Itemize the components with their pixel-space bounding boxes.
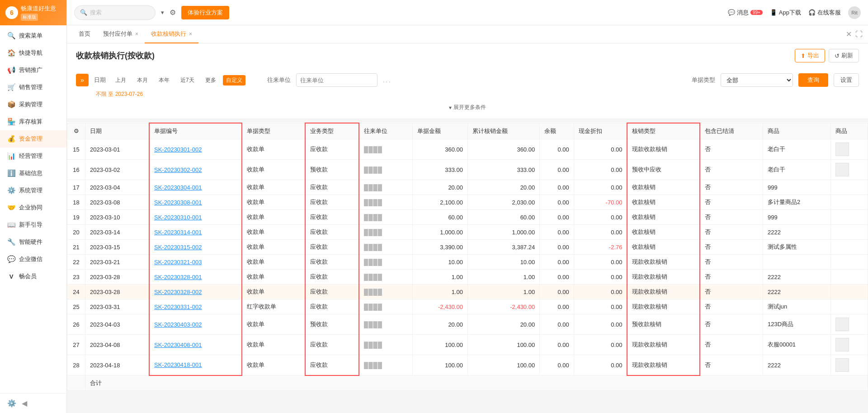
date-btn-7days[interactable]: 近7天 <box>176 75 198 86</box>
cell-voucher-no[interactable]: SK-20230328-001 <box>149 270 242 285</box>
refresh-btn[interactable]: ↺ 刷新 <box>829 49 859 62</box>
sidebar-item-system[interactable]: ⚙️ 系统管理 <box>0 182 66 199</box>
cell-voucher-no[interactable]: SK-20230321-003 <box>149 255 242 270</box>
cell-voucher-no[interactable]: SK-20230302-002 <box>149 160 242 180</box>
topbar-search-box[interactable]: 🔍 搜索 <box>74 5 156 20</box>
tab-expand-icon[interactable]: ⛶ <box>855 30 863 38</box>
collapse-icon[interactable]: ◀ <box>22 399 27 408</box>
partner-input[interactable] <box>296 73 377 87</box>
cell-balance: 0.00 <box>540 335 574 355</box>
cell-voucher-no[interactable]: SK-20230315-002 <box>149 240 242 255</box>
cell-date: 2023-03-02 <box>85 160 150 180</box>
sidebar-item-wechat[interactable]: 💬 企业微信 <box>0 251 66 268</box>
cell-voucher-type: 收款单 <box>242 225 305 240</box>
sidebar-item-marketing[interactable]: 📢 营销推广 <box>0 62 66 79</box>
export-icon: ⬆ <box>801 52 806 59</box>
sidebar-item-corp[interactable]: 🤝 企业协同 <box>0 199 66 216</box>
cell-product-img <box>830 139 868 160</box>
corp-icon: 🤝 <box>7 204 15 212</box>
sidebar-item-guide[interactable]: 📖 新手引导 <box>0 216 66 233</box>
date-btn-this-year[interactable]: 本年 <box>155 75 174 86</box>
sidebar-item-member-label: 畅会员 <box>19 272 37 280</box>
expand-more-btn[interactable]: ▾ 展开更多条件 <box>76 102 859 113</box>
cell-voucher-no[interactable]: SK-20230328-002 <box>149 285 242 299</box>
sidebar-item-hardware[interactable]: 🔧 智能硬件 <box>0 233 66 251</box>
cell-biz-type: 预收款 <box>305 160 359 180</box>
footer-label: 合计 <box>85 375 868 391</box>
sidebar-item-purchase[interactable]: 📦 采购管理 <box>0 96 66 113</box>
cell-product: 999 <box>763 180 830 195</box>
settings-icon[interactable]: ⚙️ <box>7 399 16 408</box>
cell-product-img <box>830 225 868 240</box>
cell-voucher-no[interactable]: SK-20230304-001 <box>149 180 242 195</box>
date-btn-custom[interactable]: 自定义 <box>223 75 245 85</box>
topbar-service[interactable]: 🎧 在线客服 <box>808 9 841 17</box>
cell-partner: ████ <box>359 225 412 240</box>
sidebar-item-inventory[interactable]: 🏪 库存核算 <box>0 113 66 130</box>
partner-dots[interactable]: ... <box>383 77 392 84</box>
cell-cum-amount: 2,030.00 <box>467 195 539 210</box>
cell-partner: ████ <box>359 285 412 299</box>
tab-home[interactable]: 首页 <box>72 25 97 43</box>
filter-partner-label: 往来单位 <box>267 76 291 84</box>
cell-cash-discount: 0.00 <box>574 139 627 160</box>
sidebar-item-operations-label: 经营管理 <box>19 152 42 160</box>
user-avatar[interactable]: Rit <box>848 6 861 19</box>
sidebar-item-search[interactable]: 🔍 搜索菜单 <box>0 27 66 44</box>
tab-payable[interactable]: 预付应付单 × <box>97 25 145 43</box>
app-label: App下载 <box>779 9 801 17</box>
sidebar-nav: 🔍 搜索菜单 🏠 快捷导航 📢 营销推广 🛒 销售管理 📦 采购管理 🏪 库存核… <box>0 25 66 393</box>
sidebar-item-sales[interactable]: 🛒 销售管理 <box>0 79 66 96</box>
tab-close-all-icon[interactable]: ✕ <box>846 30 852 38</box>
industry-btn[interactable]: 体验行业方案 <box>181 6 229 19</box>
cell-balance: 0.00 <box>540 255 574 270</box>
sidebar-item-member[interactable]: V 畅会员 <box>0 268 66 285</box>
cell-product: 123D商品 <box>763 314 830 335</box>
tab-receipt-exec-close[interactable]: × <box>189 31 192 37</box>
cell-voucher-no[interactable]: SK-20230310-001 <box>149 210 242 225</box>
voucher-type-select[interactable]: 全部 收款单 红字收款单 <box>721 73 793 87</box>
filter-toggle-btn[interactable]: » <box>76 74 89 86</box>
cell-voucher-no[interactable]: SK-20230308-001 <box>149 195 242 210</box>
cell-partner: ████ <box>359 160 412 180</box>
cell-include-settled: 否 <box>700 225 763 240</box>
home-icon: 🏠 <box>7 49 15 57</box>
tab-receipt-exec[interactable]: 收款核销执行 × <box>145 25 198 43</box>
tab-payable-close[interactable]: × <box>135 31 138 37</box>
col-settings-icon[interactable]: ⚙ <box>74 128 79 134</box>
cell-voucher-no[interactable]: SK-20230314-001 <box>149 225 242 240</box>
topbar-gear-icon[interactable]: ⚙ <box>170 8 176 17</box>
date-btn-this-month[interactable]: 本月 <box>133 75 152 86</box>
sidebar-item-quick[interactable]: 🏠 快捷导航 <box>0 44 66 62</box>
sidebar-item-operations[interactable]: 📊 经营管理 <box>0 147 66 165</box>
page-content: 收款核销执行(按收款) ⬆ 导出 ↺ 刷新 » 日期 上月 本月 <box>67 43 868 413</box>
settings-btn[interactable]: 设置 <box>834 73 859 87</box>
logo-text: 畅康道好生意 标准版 <box>21 5 56 21</box>
logo-badge: 标准版 <box>21 14 38 21</box>
query-btn[interactable]: 查询 <box>798 73 828 87</box>
cell-voucher-no[interactable]: SK-20230331-002 <box>149 299 242 314</box>
cell-cum-amount: 333.00 <box>467 160 539 180</box>
cell-cash-discount: 0.00 <box>574 225 627 240</box>
cell-date: 2023-03-10 <box>85 210 150 225</box>
cell-voucher-no[interactable]: SK-20230408-001 <box>149 335 242 355</box>
cell-seq: 26 <box>67 314 85 335</box>
table-row: 272023-04-08SK-20230408-001收款单应收款████100… <box>67 335 868 355</box>
cell-voucher-type: 红字收款单 <box>242 299 305 314</box>
cell-cash-discount: 0.00 <box>574 255 627 270</box>
sidebar-item-basic[interactable]: ℹ️ 基础信息 <box>0 165 66 182</box>
hardware-icon: 🔧 <box>7 238 15 246</box>
topbar-app[interactable]: 📱 App下载 <box>770 9 801 17</box>
sidebar-item-funds[interactable]: 💰 资金管理 <box>0 130 66 147</box>
topbar-dropdown-arrow[interactable]: ▾ <box>161 9 164 16</box>
date-btn-last-month[interactable]: 上月 <box>111 75 130 86</box>
cell-cancel-type: 收款核销 <box>627 210 700 225</box>
export-btn[interactable]: ⬆ 导出 <box>795 49 825 62</box>
date-btn-more[interactable]: 更多 <box>201 75 220 86</box>
cell-cancel-type: 现款收款核销 <box>627 255 700 270</box>
cell-voucher-no[interactable]: SK-20230418-001 <box>149 355 242 375</box>
cell-voucher-no[interactable]: SK-20230301-002 <box>149 139 242 160</box>
topbar-msg[interactable]: 💬 消息 99+ <box>728 9 763 17</box>
cell-voucher-no[interactable]: SK-20230403-002 <box>149 314 242 335</box>
cell-voucher-type: 收款单 <box>242 285 305 299</box>
